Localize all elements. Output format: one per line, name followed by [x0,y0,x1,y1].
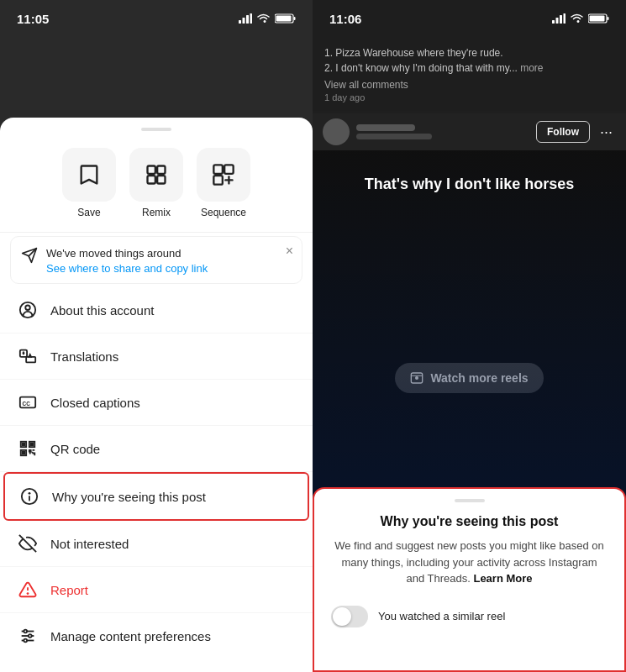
suggested-bar: Follow ··· [313,113,626,150]
sliders-icon [17,625,39,647]
svg-rect-12 [224,165,234,174]
menu-item-why-seeing[interactable]: Why you're seeing this post [3,472,309,521]
right-battery-icon [588,13,609,24]
notification-banner: We've moved things around See where to s… [10,236,302,284]
svg-rect-6 [276,16,292,22]
sequence-icon-box [197,148,250,202]
menu-item-report[interactable]: Report [0,567,313,613]
right-sheet-handle [455,499,485,502]
svg-point-17 [25,306,30,311]
remix-icon [145,163,168,186]
svg-rect-40 [556,18,559,24]
menu-item-translations[interactable]: Translations [0,333,313,380]
save-label: Save [77,207,100,218]
remix-label: Remix [142,207,171,218]
right-bottom-sheet: Why you're seeing this post We find and … [313,487,626,672]
svg-text:CC: CC [23,401,31,407]
menu-item-about[interactable]: About this account [0,287,313,333]
eye-off-icon [17,533,39,554]
battery-icon [275,13,296,24]
right-wifi-icon [571,13,583,24]
learn-more-link[interactable]: Learn More [473,572,532,585]
sheet-handle [141,128,171,131]
banner-content: We've moved things around See where to s… [46,245,292,275]
translate-icon [17,345,39,367]
svg-rect-11 [213,165,223,174]
right-status-bar: 11:06 [313,0,626,37]
svg-rect-42 [564,13,566,24]
comment-number-2: 2. I don't know why I'm doing that with … [324,62,518,74]
cc-icon: CC [17,391,39,413]
svg-rect-13 [213,176,223,185]
wifi-icon [257,13,270,24]
qr-code-label: QR code [50,442,100,456]
left-status-bar: 11:05 [0,0,313,37]
right-status-icons [552,13,609,24]
right-sheet-body: We find and suggest new posts you might … [331,538,608,587]
report-label: Report [50,583,88,597]
banner-link[interactable]: See where to share and copy link [46,262,292,275]
about-label: About this account [50,303,154,318]
right-sheet-title: Why you're seeing this post [331,514,608,529]
svg-point-37 [29,634,32,638]
svg-rect-3 [250,13,253,24]
manage-content-label: Manage content preferences [50,629,211,643]
svg-rect-45 [590,16,605,22]
menu-item-not-interested[interactable]: Not interested [0,521,313,567]
suggested-username [356,124,415,131]
suggested-sublabel [356,134,432,139]
menu-item-manage-content[interactable]: Manage content preferences [0,613,313,659]
svg-rect-2 [246,15,249,24]
suggested-avatar [323,118,350,145]
video-caption: That's why I don't like horses [313,176,626,193]
svg-point-36 [24,630,27,633]
save-icon [77,163,101,186]
comment-number-1: 1. Pizza Warehouse where they're rude. [324,47,503,59]
banner-navigation-icon [21,247,38,268]
right-signal-icon [552,13,566,24]
svg-rect-41 [560,15,562,24]
closed-captions-label: Closed captions [50,396,140,410]
banner-close-button[interactable]: × [286,244,293,259]
svg-point-38 [24,639,27,643]
save-icon-box [62,148,116,202]
menu-item-closed-captions[interactable]: CC Closed captions [0,380,313,426]
remix-icon-box [129,148,183,202]
save-action[interactable]: Save [62,148,116,218]
right-time: 11:06 [329,12,361,26]
remix-action[interactable]: Remix [129,148,183,218]
more-link[interactable]: more [520,62,543,74]
svg-rect-9 [148,176,155,183]
left-status-icons [239,13,296,24]
comments-section: 1. Pizza Warehouse where they're rude. 2… [313,37,626,111]
toggle-switch[interactable] [331,606,368,627]
left-time: 11:05 [17,12,49,26]
menu-item-qr-code[interactable]: QR code [0,426,313,472]
signal-icon [239,13,252,24]
follow-button[interactable]: Follow [536,121,590,143]
svg-rect-26 [23,452,25,454]
sequence-icon [212,163,235,186]
row-label: You watched a similar reel [378,610,505,622]
translations-label: Translations [50,349,118,364]
svg-rect-7 [148,166,155,174]
left-panel: 11:05 [0,0,313,672]
right-sheet-body-text: We find and suggest new posts you might … [334,539,604,585]
svg-rect-5 [294,17,296,20]
svg-rect-8 [157,166,165,174]
right-sheet-row: You watched a similar reel [331,599,608,634]
svg-rect-44 [608,17,609,20]
svg-rect-0 [239,20,241,24]
send-icon [21,247,38,264]
not-interested-label: Not interested [50,537,129,551]
info-circle-icon [18,486,40,507]
bottom-sheet: Save Remix [0,118,313,672]
sequence-action[interactable]: Sequence [197,148,250,218]
person-circle-icon [17,299,39,321]
banner-title: We've moved things around [46,247,181,260]
right-panel: 11:06 1. Pizza Warehouse where they'r [313,0,626,672]
svg-rect-10 [157,176,165,183]
more-options-button[interactable]: ··· [597,123,616,141]
view-all-comments-link[interactable]: View all comments [324,79,614,91]
action-row: Save Remix [0,141,313,233]
